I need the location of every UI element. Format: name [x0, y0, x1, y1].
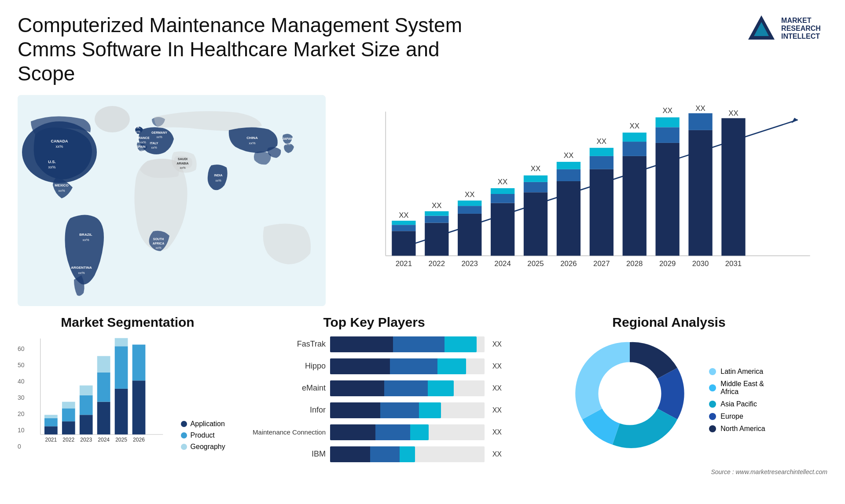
player-bar-fastrak	[330, 336, 485, 352]
legend-label-geography: Geography	[191, 443, 225, 451]
player-bar-maintenance	[330, 424, 485, 440]
regional-legend-latin: Latin America	[709, 368, 765, 376]
regional-legend-mea: Middle East &Africa	[709, 380, 765, 396]
svg-rect-101	[79, 395, 92, 415]
svg-text:xx%: xx%	[138, 150, 143, 153]
page-title: Computerized Maintenance Management Syst…	[18, 13, 502, 86]
svg-text:2023: 2023	[461, 259, 478, 267]
player-xx-fastrak: XX	[492, 340, 502, 348]
svg-text:xx%: xx%	[134, 130, 140, 133]
svg-rect-92	[44, 426, 58, 435]
svg-rect-75	[623, 132, 647, 142]
header: Computerized Maintenance Management Syst…	[18, 13, 827, 86]
svg-text:ARABIA: ARABIA	[176, 162, 188, 165]
logo-icon	[746, 13, 777, 44]
footer-source: Source : www.marketresearchintellect.com	[511, 468, 827, 475]
player-row-fastrak: FasTrak XX	[246, 336, 502, 352]
svg-text:xx%: xx%	[58, 189, 65, 193]
svg-text:CANADA: CANADA	[51, 139, 68, 143]
legend-dot-geography	[181, 444, 187, 450]
svg-rect-80	[656, 117, 680, 127]
regional-dot-latin	[709, 368, 716, 375]
player-bar-hippo	[330, 358, 485, 374]
regional-label-latin: Latin America	[720, 368, 763, 376]
svg-text:2024: 2024	[494, 259, 511, 267]
player-name-fastrak: FasTrak	[246, 340, 326, 349]
svg-rect-64	[557, 169, 580, 181]
svg-text:xx%: xx%	[151, 146, 157, 149]
donut-svg	[573, 336, 687, 451]
bottom-section: Market Segmentation 60 50 40 30 20 10 0	[18, 315, 827, 495]
regional-title: Regional Analysis	[612, 315, 725, 330]
bar-chart-svg: XX 2021 XX 2022 XX 2023	[361, 104, 814, 284]
logo-box: MARKET RESEARCH INTELLECT	[746, 13, 821, 44]
svg-rect-104	[97, 402, 110, 434]
svg-text:XX: XX	[728, 109, 738, 117]
svg-rect-96	[62, 421, 75, 435]
player-row-ibm: IBM XX	[246, 446, 502, 462]
legend-label-product: Product	[191, 431, 215, 439]
svg-text:xx%: xx%	[48, 165, 55, 169]
legend-item-product: Product	[181, 431, 225, 439]
svg-rect-59	[524, 182, 547, 192]
regional-dot-europe	[709, 413, 716, 420]
legend-label-application: Application	[191, 420, 225, 428]
world-map-svg: CANADA xx% U.S. xx% MEXICO xx% BRAZIL xx…	[18, 95, 326, 306]
legend-dot-product	[181, 432, 187, 438]
svg-rect-100	[79, 415, 92, 435]
regional-legend-europe: Europe	[709, 413, 765, 420]
svg-point-115	[599, 362, 661, 425]
svg-rect-45	[425, 211, 448, 215]
svg-text:ITALY: ITALY	[150, 142, 158, 145]
svg-rect-97	[62, 408, 75, 421]
svg-rect-93	[44, 418, 58, 426]
svg-text:CHINA: CHINA	[246, 136, 258, 140]
svg-text:xx%: xx%	[55, 144, 63, 149]
regional-label-mea: Middle East &Africa	[720, 380, 764, 396]
svg-text:2025: 2025	[115, 436, 127, 442]
svg-rect-112	[132, 380, 145, 435]
svg-text:XX: XX	[465, 190, 474, 199]
seg-chart-svg: 2021 2022 2023 2024	[36, 336, 168, 451]
player-xx-maintenance: XX	[492, 428, 502, 436]
svg-text:2021: 2021	[45, 436, 57, 442]
page: Computerized Maintenance Management Syst…	[0, 0, 845, 504]
svg-rect-79	[656, 127, 680, 143]
svg-text:XX: XX	[531, 164, 540, 173]
svg-rect-109	[114, 346, 128, 389]
svg-rect-65	[557, 162, 580, 169]
svg-text:2031: 2031	[725, 259, 742, 267]
svg-rect-58	[524, 192, 547, 256]
svg-text:INDIA: INDIA	[214, 174, 222, 177]
player-name-infor: Infor	[246, 405, 326, 415]
player-name-emaint: eMaint	[246, 383, 326, 393]
bar-2021-dark	[392, 231, 415, 256]
svg-text:xx%: xx%	[155, 246, 161, 249]
svg-rect-105	[97, 372, 110, 402]
svg-rect-98	[62, 402, 75, 408]
svg-rect-68	[590, 169, 614, 256]
svg-text:2024: 2024	[98, 436, 110, 442]
player-name-ibm: IBM	[246, 449, 326, 459]
players-title: Top Key Players	[246, 315, 502, 330]
svg-text:xx%: xx%	[140, 141, 146, 144]
svg-text:2026: 2026	[560, 259, 577, 267]
bar-chart-inner: XX 2021 XX 2022 XX 2023	[361, 104, 814, 284]
svg-text:2023: 2023	[80, 436, 92, 442]
donut-chart	[573, 336, 696, 460]
svg-rect-78	[656, 142, 680, 256]
svg-rect-102	[79, 385, 92, 395]
svg-text:XX: XX	[597, 137, 606, 145]
svg-text:xx%: xx%	[215, 179, 221, 182]
player-bar-infor	[330, 402, 485, 418]
svg-rect-70	[590, 148, 614, 156]
svg-text:XX: XX	[630, 122, 639, 130]
regional-dot-asia	[709, 401, 716, 408]
svg-text:XX: XX	[662, 106, 672, 115]
svg-rect-74	[623, 142, 647, 156]
regional-legend-asia: Asia Pacific	[709, 400, 765, 408]
player-row-maintenance: Maintenance Connection XX	[246, 424, 502, 440]
player-bar-ibm	[330, 446, 485, 462]
logo-text: MARKET RESEARCH INTELLECT	[781, 17, 821, 40]
svg-rect-113	[132, 344, 145, 380]
